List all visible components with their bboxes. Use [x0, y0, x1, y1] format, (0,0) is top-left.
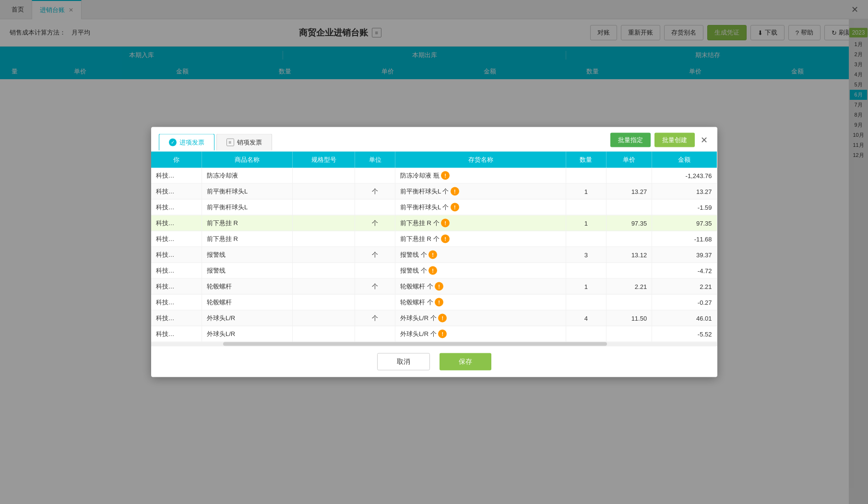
th-inventory: 存货名称	[395, 152, 566, 168]
cell-supplier: 科技…	[151, 326, 202, 342]
modal-close-button[interactable]: ✕	[699, 135, 710, 145]
batch-create-button[interactable]: 批量创建	[654, 133, 695, 147]
cell-amount: -5.52	[652, 326, 717, 342]
warn-icon: !	[428, 251, 437, 259]
cell-spec	[293, 263, 355, 278]
cell-price	[606, 326, 652, 342]
cell-qty: 4	[566, 310, 606, 326]
cell-price	[606, 168, 652, 184]
modal-header: ✓ 进项发票 ≡ 销项发票 批量指定 批量创建 ✕	[151, 127, 717, 152]
cell-spec	[293, 231, 355, 247]
cell-price: 97.35	[606, 215, 652, 231]
cell-inventory: 报警线 个 !	[395, 263, 566, 278]
cell-inventory: 前平衡杆球头L 个 !	[395, 183, 566, 199]
main-area: 销售成本计算方法： 月平均 商贸企业进销台账 ≡ 对账 重新开账 存货别名 生成…	[0, 19, 868, 504]
cell-product: 前平衡杆球头L	[202, 183, 292, 199]
tab-jinxiang[interactable]: ✓ 进项发票	[159, 133, 214, 150]
table-row: 科技…外球头L/R个外球头L/R 个 !411.5046.01	[151, 310, 717, 326]
th-spec: 规格型号	[293, 152, 355, 168]
tab-xiaoxiang[interactable]: ≡ 销项发票	[216, 133, 272, 150]
save-button[interactable]: 保存	[440, 353, 491, 371]
cell-qty	[566, 326, 606, 342]
cell-supplier: 科技…	[151, 199, 202, 215]
table-row: 科技…前平衡杆球头L前平衡杆球头L 个 !-1.59	[151, 199, 717, 215]
modal-horizontal-scrollbar[interactable]	[151, 342, 717, 346]
modal-table-container[interactable]: 你 商品名称 规格型号 单位 存货名称 数量 单价 金额 科技…防冻冷却液防冻冷…	[151, 152, 717, 342]
cell-product: 防冻冷却液	[202, 168, 292, 184]
table-row: 科技…外球头L/R外球头L/R 个 !-5.52	[151, 326, 717, 342]
cell-price	[606, 294, 652, 310]
invoice-out-icon: ≡	[226, 138, 234, 146]
cell-inventory: 前下悬挂 R 个 !	[395, 215, 566, 231]
cell-qty	[566, 199, 606, 215]
cell-price: 13.12	[606, 247, 652, 263]
cell-unit	[355, 263, 395, 278]
cell-supplier: 科技…	[151, 263, 202, 278]
batch-assign-button[interactable]: 批量指定	[610, 133, 651, 147]
cell-unit	[355, 231, 395, 247]
cancel-button[interactable]: 取消	[377, 353, 430, 371]
cell-price: 13.27	[606, 183, 652, 199]
cell-spec	[293, 247, 355, 263]
warn-icon: !	[441, 219, 450, 228]
cell-product: 轮毂螺杆	[202, 294, 292, 310]
cell-qty: 3	[566, 247, 606, 263]
tab-xiaoxiang-label: 销项发票	[237, 138, 262, 146]
cell-product: 前平衡杆球头L	[202, 199, 292, 215]
warn-icon: !	[441, 171, 450, 180]
cell-inventory: 外球头L/R 个 !	[395, 326, 566, 342]
cell-spec	[293, 326, 355, 342]
cell-qty	[566, 168, 606, 184]
cell-inventory: 防冻冷却液 瓶 !	[395, 168, 566, 184]
cell-inventory: 轮毂螺杆 个 !	[395, 278, 566, 294]
cell-product: 报警线	[202, 263, 292, 278]
cell-qty: 1	[566, 183, 606, 199]
warn-icon: !	[435, 298, 443, 307]
cell-supplier: 科技…	[151, 278, 202, 294]
cell-inventory: 外球头L/R 个 !	[395, 310, 566, 326]
cell-unit: 个	[355, 183, 395, 199]
cell-inventory: 轮毂螺杆 个 !	[395, 294, 566, 310]
invoice-in-icon: ✓	[169, 138, 177, 146]
cell-inventory: 前下悬挂 R 个 !	[395, 231, 566, 247]
warn-icon: !	[438, 330, 447, 338]
table-row: 科技…前下悬挂 R个前下悬挂 R 个 !197.3597.35	[151, 215, 717, 231]
cell-qty	[566, 231, 606, 247]
cell-amount: -4.72	[652, 263, 717, 278]
cell-unit: 个	[355, 247, 395, 263]
cell-product: 外球头L/R	[202, 310, 292, 326]
table-row: 科技…报警线个报警线 个 !313.1239.37	[151, 247, 717, 263]
modal-header-actions: 批量指定 批量创建 ✕	[610, 133, 710, 151]
cell-price: 11.50	[606, 310, 652, 326]
cell-spec	[293, 168, 355, 184]
cell-spec	[293, 310, 355, 326]
modal-footer: 取消 保存	[151, 346, 717, 377]
cell-unit	[355, 326, 395, 342]
cell-qty	[566, 294, 606, 310]
cell-price	[606, 231, 652, 247]
warn-icon: !	[435, 282, 443, 291]
scrollbar-thumb	[223, 342, 607, 346]
cell-spec	[293, 215, 355, 231]
table-row: 科技…轮毂螺杆个轮毂螺杆 个 !12.212.21	[151, 278, 717, 294]
cell-supplier: 科技…	[151, 183, 202, 199]
warn-icon: !	[451, 203, 459, 212]
cell-supplier: 科技…	[151, 294, 202, 310]
cell-amount: -0.27	[652, 294, 717, 310]
cell-product: 前下悬挂 R	[202, 231, 292, 247]
cell-product: 外球头L/R	[202, 326, 292, 342]
cell-supplier: 科技…	[151, 168, 202, 184]
table-row: 科技…前平衡杆球头L个前平衡杆球头L 个 !113.2713.27	[151, 183, 717, 199]
cell-inventory: 报警线 个 !	[395, 247, 566, 263]
warn-icon: !	[441, 235, 450, 243]
cell-amount: 97.35	[652, 215, 717, 231]
cell-amount: -1,243.76	[652, 168, 717, 184]
cell-qty	[566, 263, 606, 278]
table-row: 科技…前下悬挂 R前下悬挂 R 个 !-11.68	[151, 231, 717, 247]
table-row: 科技…报警线报警线 个 !-4.72	[151, 263, 717, 278]
cell-spec	[293, 294, 355, 310]
cell-amount: -11.68	[652, 231, 717, 247]
th-supplier: 你	[151, 152, 202, 168]
cell-amount: 13.27	[652, 183, 717, 199]
cell-unit	[355, 199, 395, 215]
